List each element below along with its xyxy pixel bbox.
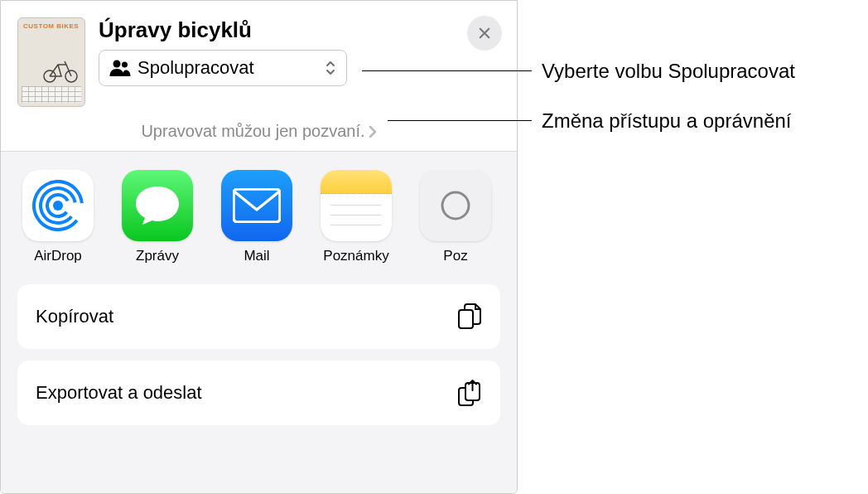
share-apps-row: AirDrop Zprávy Mail [1,152,517,276]
svg-rect-10 [459,310,473,328]
svg-point-9 [442,192,469,219]
notes-icon [321,170,392,241]
svg-rect-8 [234,189,280,222]
svg-point-2 [113,61,121,68]
document-title: Úpravy bicyklů [99,17,500,43]
svg-point-4 [53,201,63,211]
thumbnail-label: CUSTOM BIKES [23,23,79,30]
document-thumbnail: CUSTOM BIKES [17,17,85,107]
share-app-mail[interactable]: Mail [218,170,296,264]
share-app-airdrop[interactable]: AirDrop [19,170,97,264]
messages-icon [122,170,193,241]
callout-collaborate: Vyberte volbu Spolupracovat [542,60,795,83]
access-permissions-link[interactable]: Upravovat můžou jen pozvaní. [141,122,376,141]
action-export-send[interactable]: Exportovat a odeslat [17,361,500,425]
svg-point-3 [122,62,128,68]
updown-chevron-icon [325,60,336,76]
app-label: Poznámky [323,248,388,264]
chevron-right-icon [369,125,377,138]
collaborate-dropdown[interactable]: Spolupracovat [99,50,347,86]
bicycle-icon [41,58,80,83]
share-sheet: CUSTOM BIKES Úpravy bicyklů [0,0,518,494]
export-icon [457,379,482,407]
app-label: Mail [244,248,269,264]
app-label: Poz [443,248,467,264]
action-label: Kopírovat [36,306,113,327]
people-icon [109,59,131,77]
callout-line [388,120,532,121]
action-label: Exportovat a odeslat [36,382,202,404]
share-app-overflow[interactable]: Poz [417,170,494,264]
callout-line [362,70,532,71]
share-app-notes[interactable]: Poznámky [317,170,395,264]
app-label: AirDrop [34,248,82,264]
close-icon [477,26,492,41]
collaborate-label: Spolupracovat [137,57,254,79]
close-button[interactable] [467,16,502,51]
mail-icon [221,170,292,241]
airdrop-icon [22,170,94,241]
copy-icon [457,303,482,331]
access-text: Upravovat můžou jen pozvaní. [141,122,364,141]
action-copy[interactable]: Kopírovat [17,284,500,349]
share-sheet-header: CUSTOM BIKES Úpravy bicyklů [1,1,517,152]
share-actions: Kopírovat Exportovat a odeslat [1,276,517,442]
overflow-app-icon [420,170,491,241]
callout-access: Změna přístupu a oprávnění [542,109,792,133]
app-label: Zprávy [136,248,179,264]
share-app-messages[interactable]: Zprávy [118,170,196,264]
